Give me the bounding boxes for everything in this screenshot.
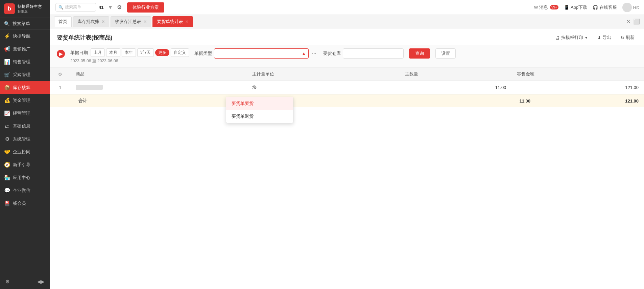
user-menu[interactable]: Rit [622,3,639,12]
date-btn-last-7days[interactable]: 近7天 [137,48,154,57]
topbar-search-box[interactable]: 🔍 搜索菜单 [55,3,96,12]
page-header: 要货单统计表(按商品) 🖨 按模板打印 ▼ ⬇ 导出 ↻ 刷新 [50,28,644,45]
topbar-settings-icon[interactable]: ⚙ [117,4,122,10]
cell-product [70,81,247,94]
trial-btn[interactable]: 体验行业方案 [127,2,164,13]
settings-bottom-icon[interactable]: ⚙ [4,277,11,286]
date-btn-last-month[interactable]: 上月 [91,48,105,57]
page-actions: 🖨 按模板打印 ▼ ⬇ 导出 ↻ 刷新 [553,33,637,42]
sidebar-item-wechat[interactable]: 💬 企业微信 [0,184,50,197]
print-dropdown-icon: ▼ [585,36,588,40]
date-quick-btns: 上月 本月 本年 近7天 更多 自定义 [91,48,189,57]
filter-bar: ▶ 单据日期 上月 本月 本年 近7天 更多 自定义 2023-05-06 至 … [50,45,644,68]
tab-receivables-close[interactable]: ✕ [143,19,147,24]
window-maximize-icon[interactable]: ⬜ [633,18,640,25]
search-icon: 🔍 [4,21,10,26]
tabs-bar: 首页 库存批次账 ✕ 收发存汇总表 ✕ 要货单统计表 ✕ ✕ ⬜ [50,15,644,28]
summary-amount: 121.00 [598,98,639,104]
col-amount: 零售金额 [511,68,644,81]
operations-icon: 📈 [4,110,10,116]
page-content: 要货单统计表(按商品) 🖨 按模板打印 ▼ ⬇ 导出 ↻ 刷新 ▶ [50,28,644,289]
refresh-btn[interactable]: ↻ 刷新 [618,33,637,42]
tab-requisition-label: 要货单统计表 [157,19,183,25]
tab-requisition-close[interactable]: ✕ [185,19,189,24]
app-logo-icon: b [4,3,15,14]
summary-qty: 11.00 [490,98,530,104]
tab-window-controls: ✕ ⬜ [626,18,640,25]
messages-btn[interactable]: ✉ 消息 99+ [534,4,558,10]
print-icon: 🖨 [555,35,560,40]
type-select-input[interactable] [214,48,309,59]
col-product: 商品 [70,68,247,81]
warehouse-label: 要货仓库 [323,50,341,57]
sidebar-item-basic[interactable]: 🗂 基础信息 [0,120,50,133]
sidebar-item-operations[interactable]: 📈 经营管理 [0,107,50,120]
sidebar-item-members[interactable]: 🎴 畅会员 [0,197,50,210]
enterprise-icon: 🤝 [4,149,10,155]
refresh-icon: ↻ [621,35,624,40]
tab-receivables[interactable]: 收发存汇总表 ✕ [111,16,151,27]
cell-unit: 块 [247,81,400,94]
main-area: 🔍 搜索菜单 41 ▼ ⚙ 体验行业方案 ✉ 消息 99+ 📱 App下载 🎧 … [50,0,644,289]
date-btn-this-month[interactable]: 本月 [106,48,120,57]
dropdown-item-requisition[interactable]: 要货单要货 [226,97,293,110]
sidebar-item-marketing[interactable]: 📢 营销推广 [0,43,50,55]
query-btn[interactable]: 查询 [409,48,430,59]
sidebar-item-guide[interactable]: 🧭 新手引导 [0,158,50,171]
sidebar-item-appstore[interactable]: 🏪 应用中心 [0,171,50,184]
date-btn-more[interactable]: 更多 [155,49,169,56]
table-header-row: ⚙ 商品 主计量单位 主数量 零售金额 [50,68,644,81]
tab-inventory[interactable]: 库存批次账 ✕ [73,16,109,27]
data-table: ⚙ 商品 主计量单位 主数量 零售金额 1 [50,68,644,94]
sidebar-item-purchase[interactable]: 🛒 采购管理 [0,68,50,81]
inventory-icon: 📦 [4,85,10,91]
tab-inventory-label: 库存批次账 [77,19,99,25]
tab-inventory-close[interactable]: ✕ [101,19,105,24]
type-dropdown: 要货单要货 要货单退货 [226,97,293,123]
topbar-dropdown-arrow[interactable]: ▼ [108,4,113,10]
system-icon: ⚙ [4,136,10,142]
app-download-btn[interactable]: 📱 App下载 [564,4,587,10]
tab-requisition[interactable]: 要货单统计表 ✕ [152,16,193,27]
filter-date-range-row: 2023-05-06 至 2023-06-06 [70,58,189,64]
window-close-icon[interactable]: ✕ [626,18,630,25]
sidebar-item-shortcut[interactable]: ⚡ 快捷导航 [0,30,50,43]
date-range-text: 2023-05-06 至 2023-06-06 [70,58,118,64]
sidebar-logo: b 畅捷通好生意 标准版 [0,0,50,18]
sidebar-bottom: ⚙ ◀▶ [0,274,50,289]
sidebar-item-sales[interactable]: 📊 销售管理 [0,55,50,68]
export-btn[interactable]: ⬇ 导出 [595,33,614,42]
members-icon: 🎴 [4,200,10,206]
sidebar-item-finance[interactable]: 💰 资金管理 [0,94,50,107]
table-row: 1 块 11.00 121.00 [50,81,644,94]
col-qty: 主数量 [400,68,511,81]
tab-home[interactable]: 首页 [54,16,72,27]
date-btn-this-year[interactable]: 本年 [122,48,136,57]
filter-type-group: 单据类型 ▲ ··· [194,48,318,59]
sidebar-item-enterprise[interactable]: 🤝 企业协同 [0,146,50,158]
sidebar-search-item[interactable]: 🔍 搜索菜单 [0,18,50,30]
warehouse-select-group: 要货仓库 [323,48,404,59]
tab-home-label: 首页 [58,19,67,25]
dropdown-item-return[interactable]: 要货单退货 [226,110,293,123]
online-service-btn[interactable]: 🎧 在线客服 [593,4,617,10]
settings-btn[interactable]: 设置 [435,48,456,59]
topbar-search-icon: 🔍 [58,5,64,10]
cell-qty: 11.00 [400,81,511,94]
collapse-sidebar-icon[interactable]: ◀▶ [36,277,46,286]
table-body: 1 块 11.00 121.00 [50,81,644,94]
filter-more-btn[interactable]: ··· [311,50,318,57]
messages-icon: ✉ [534,5,538,10]
warehouse-input[interactable] [343,48,404,59]
col-settings[interactable]: ⚙ [50,68,70,81]
print-template-btn[interactable]: 🖨 按模板打印 ▼ [553,33,591,42]
purchase-icon: 🛒 [4,72,10,78]
date-btn-custom[interactable]: 自定义 [171,48,189,57]
filter-date-group: 单据日期 上月 本月 本年 近7天 更多 自定义 2023-05-06 至 20… [70,48,189,64]
sidebar-item-system[interactable]: ⚙ 系统管理 [0,133,50,146]
topbar-right: ✉ 消息 99+ 📱 App下载 🎧 在线客服 Rit [534,3,639,12]
sidebar-nav: ⚡ 快捷导航 📢 营销推广 📊 销售管理 🛒 采购管理 📦 库存核算 💰 资金管… [0,30,50,274]
export-icon: ⬇ [597,35,601,40]
filter-expand-btn[interactable]: ▶ [57,50,65,58]
sidebar-item-inventory[interactable]: 📦 库存核算 [0,81,50,94]
